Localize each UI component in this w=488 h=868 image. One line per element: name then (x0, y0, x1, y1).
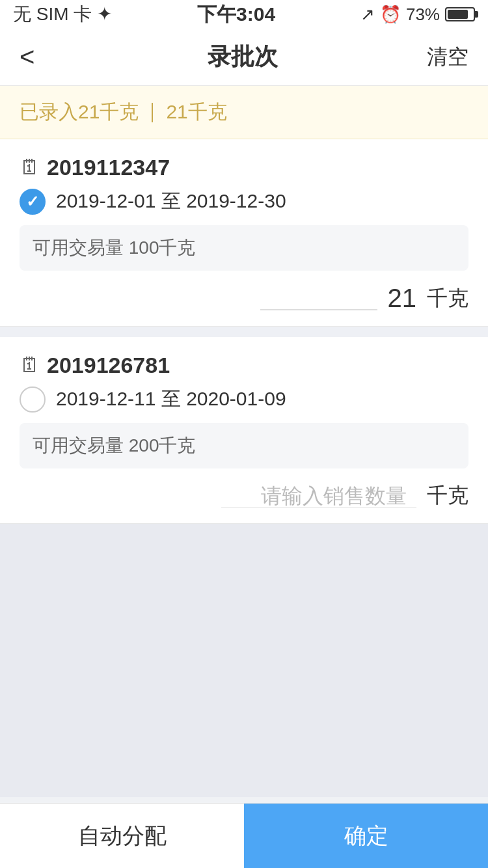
batch-card-2: 🗓 2019126781 2019-12-11 至 2020-01-09 可用交… (0, 337, 488, 468)
qty-input-wrapper (221, 484, 416, 508)
batch2-header: 🗓 2019126781 (20, 353, 468, 378)
confirm-button[interactable]: 确定 (244, 804, 488, 868)
summary-banner: 已录入21千克 21千克 (0, 86, 488, 139)
status-left: 无 SIM 卡 ✦ (13, 2, 112, 27)
main-content: 🗓 2019112347 2019-12-01 至 2019-12-30 可用交… (0, 139, 488, 862)
amount-underline (260, 309, 377, 310)
gray-area (0, 524, 488, 797)
page-title: 录批次 (208, 41, 278, 73)
qty-input[interactable] (221, 484, 416, 508)
batch2-unit: 千克 (427, 481, 468, 510)
status-bar: 无 SIM 卡 ✦ 下午3:04 ↗ ⏰ 73% (0, 0, 488, 29)
card-divider (0, 327, 488, 337)
input-underline (221, 508, 416, 508)
batch1-amount-unit: 千克 (427, 284, 468, 313)
battery-icon (445, 7, 475, 21)
sim-label: 无 SIM 卡 ✦ (13, 2, 112, 27)
batch1-amount-value[interactable]: 21 (388, 284, 417, 313)
clear-button[interactable]: 清空 (427, 43, 468, 72)
status-right: ↗ ⏰ 73% (360, 5, 475, 25)
batch2-row: 2019-12-11 至 2020-01-09 (20, 386, 468, 413)
battery-percent: 73% (406, 5, 440, 25)
summary-value: 21千克 (166, 99, 226, 126)
batch1-amount-row: 21 千克 (0, 271, 488, 327)
batch1-date: 2019-12-01 至 2019-12-30 (56, 188, 286, 215)
summary-divider (152, 103, 153, 122)
batch2-radio[interactable] (20, 387, 46, 413)
back-button[interactable]: < (20, 42, 59, 72)
auto-distribute-button[interactable]: 自动分配 (0, 804, 244, 868)
batch1-row: 2019-12-01 至 2019-12-30 (20, 188, 468, 215)
summary-label: 已录入21千克 (20, 99, 139, 126)
nav-bar: < 录批次 清空 (0, 29, 488, 86)
alarm-icon: ⏰ (380, 5, 401, 25)
batch2-date: 2019-12-11 至 2020-01-09 (56, 386, 286, 413)
batch1-available: 可用交易量 100千克 (20, 225, 468, 271)
batch2-icon: 🗓 (20, 353, 40, 377)
batch2-available: 可用交易量 200千克 (20, 423, 468, 468)
batch1-id: 2019112347 (47, 155, 170, 180)
batch2-input-row: 千克 (0, 468, 488, 524)
status-time: 下午3:04 (197, 1, 275, 28)
batch1-header: 🗓 2019112347 (20, 155, 468, 180)
batch2-id: 2019126781 (47, 353, 170, 378)
batch1-icon: 🗓 (20, 156, 40, 180)
bottom-bar: 自动分配 确定 (0, 803, 488, 868)
location-icon: ↗ (360, 5, 375, 25)
batch-card-1: 🗓 2019112347 2019-12-01 至 2019-12-30 可用交… (0, 139, 488, 271)
batch1-radio[interactable] (20, 189, 46, 215)
